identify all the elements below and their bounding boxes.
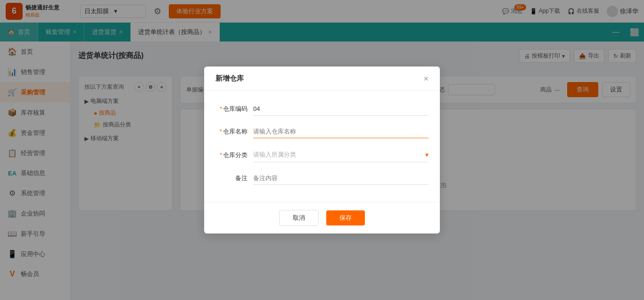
name-input[interactable] — [253, 125, 429, 138]
category-placeholder: 请输入所属分类 — [253, 150, 296, 159]
modal-footer: 取消 保存 — [204, 202, 440, 233]
category-dropdown-icon: ▾ — [425, 151, 429, 158]
modal-title: 新增仓库 — [215, 74, 244, 83]
code-input[interactable] — [253, 102, 429, 116]
category-select[interactable]: 请输入所属分类 ▾ — [253, 148, 429, 162]
modal-overlay: 新增仓库 × 仓库编码 仓库名称 仓库分类 请输入所属分类 ▾ — [0, 0, 644, 300]
modal-close-button[interactable]: × — [423, 75, 429, 83]
save-button[interactable]: 保存 — [326, 210, 365, 225]
form-row-note: 备注 — [215, 172, 429, 185]
note-input[interactable] — [253, 172, 429, 185]
category-label: 仓库分类 — [215, 151, 253, 159]
new-warehouse-modal: 新增仓库 × 仓库编码 仓库名称 仓库分类 请输入所属分类 ▾ — [204, 67, 440, 233]
modal-body: 仓库编码 仓库名称 仓库分类 请输入所属分类 ▾ 备注 — [204, 91, 440, 202]
form-row-category: 仓库分类 请输入所属分类 ▾ — [215, 148, 429, 162]
note-label: 备注 — [215, 174, 253, 183]
code-label: 仓库编码 — [215, 105, 253, 113]
form-row-code: 仓库编码 — [215, 102, 429, 116]
cancel-button[interactable]: 取消 — [279, 210, 319, 226]
modal-header: 新增仓库 × — [204, 67, 440, 91]
name-label: 仓库名称 — [215, 127, 253, 136]
form-row-name: 仓库名称 — [215, 125, 429, 138]
